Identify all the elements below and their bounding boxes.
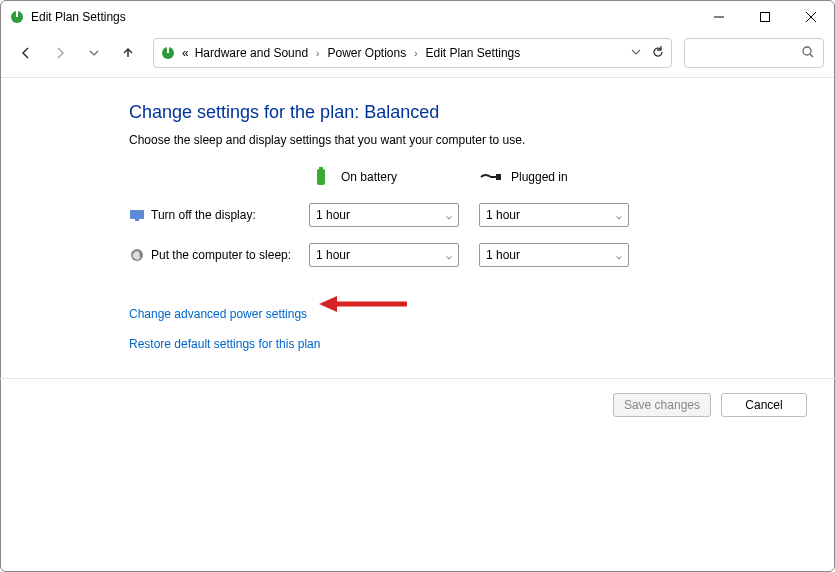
advanced-settings-link[interactable]: Change advanced power settings bbox=[129, 307, 794, 321]
chevron-right-icon: › bbox=[414, 48, 417, 59]
page-heading: Change settings for the plan: Balanced bbox=[129, 102, 794, 123]
svg-marker-17 bbox=[319, 296, 337, 312]
footer-bar: Save changes Cancel bbox=[0, 378, 835, 430]
chevron-down-icon[interactable] bbox=[631, 46, 641, 60]
address-bar[interactable]: « Hardware and Sound › Power Options › E… bbox=[153, 38, 672, 68]
svg-rect-7 bbox=[167, 47, 169, 53]
row-label-display: Turn off the display: bbox=[151, 208, 256, 222]
svg-rect-3 bbox=[761, 13, 770, 22]
refresh-button[interactable] bbox=[651, 45, 665, 62]
maximize-button[interactable] bbox=[742, 1, 788, 33]
chevron-down-icon: ⌵ bbox=[616, 210, 622, 221]
svg-rect-11 bbox=[319, 167, 323, 170]
breadcrumb-prefix: « bbox=[182, 46, 189, 60]
svg-rect-13 bbox=[130, 210, 144, 219]
window-titlebar: Edit Plan Settings bbox=[1, 1, 834, 33]
battery-icon bbox=[309, 165, 333, 189]
breadcrumb-item[interactable]: Edit Plan Settings bbox=[426, 46, 521, 60]
chevron-down-icon: ⌵ bbox=[446, 250, 452, 261]
column-header-battery: On battery bbox=[341, 170, 397, 184]
annotation-arrow bbox=[319, 294, 409, 317]
svg-point-8 bbox=[803, 47, 811, 55]
location-icon bbox=[160, 45, 176, 61]
search-box[interactable] bbox=[684, 38, 824, 68]
forward-button[interactable] bbox=[45, 38, 75, 68]
breadcrumb-item[interactable]: Power Options bbox=[327, 46, 406, 60]
svg-rect-1 bbox=[16, 11, 18, 17]
row-label-sleep: Put the computer to sleep: bbox=[151, 248, 291, 262]
app-icon bbox=[9, 9, 25, 25]
restore-defaults-link[interactable]: Restore default settings for this plan bbox=[129, 337, 794, 351]
svg-rect-12 bbox=[496, 174, 501, 180]
breadcrumb-item[interactable]: Hardware and Sound bbox=[195, 46, 308, 60]
plug-icon bbox=[479, 165, 503, 189]
display-battery-select[interactable]: 1 hour ⌵ bbox=[309, 203, 459, 227]
chevron-down-icon: ⌵ bbox=[616, 250, 622, 261]
sleep-plugged-select[interactable]: 1 hour ⌵ bbox=[479, 243, 629, 267]
svg-rect-14 bbox=[135, 219, 139, 221]
sleep-battery-select[interactable]: 1 hour ⌵ bbox=[309, 243, 459, 267]
close-button[interactable] bbox=[788, 1, 834, 33]
display-icon bbox=[129, 207, 145, 223]
chevron-right-icon: › bbox=[316, 48, 319, 59]
nav-toolbar: « Hardware and Sound › Power Options › E… bbox=[1, 33, 834, 73]
up-button[interactable] bbox=[113, 38, 143, 68]
recent-dropdown[interactable] bbox=[79, 38, 109, 68]
chevron-down-icon: ⌵ bbox=[446, 210, 452, 221]
minimize-button[interactable] bbox=[696, 1, 742, 33]
page-subtext: Choose the sleep and display settings th… bbox=[129, 133, 794, 147]
cancel-button[interactable]: Cancel bbox=[721, 393, 807, 417]
svg-rect-10 bbox=[317, 169, 325, 185]
content-area: Change settings for the plan: Balanced C… bbox=[1, 78, 834, 351]
window-title: Edit Plan Settings bbox=[31, 10, 696, 24]
column-header-plugged: Plugged in bbox=[511, 170, 568, 184]
sleep-icon bbox=[129, 247, 145, 263]
svg-line-9 bbox=[810, 54, 813, 57]
save-button: Save changes bbox=[613, 393, 711, 417]
search-icon bbox=[801, 45, 815, 62]
display-plugged-select[interactable]: 1 hour ⌵ bbox=[479, 203, 629, 227]
back-button[interactable] bbox=[11, 38, 41, 68]
